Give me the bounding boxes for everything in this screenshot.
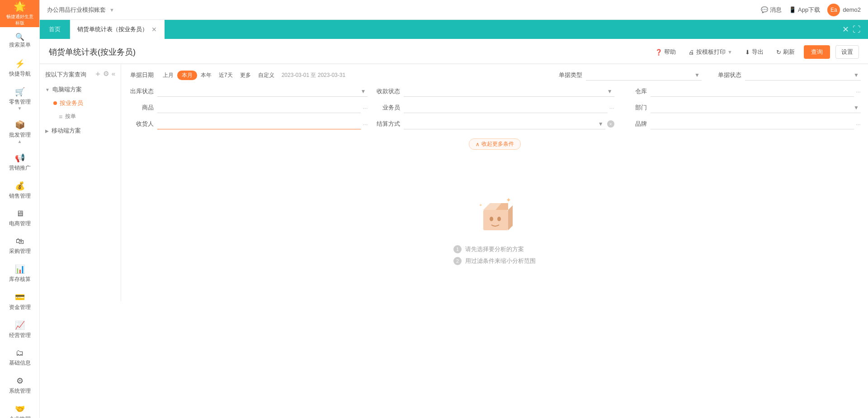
- dept-input[interactable]: [651, 102, 861, 113]
- warehouse-input[interactable]: [651, 86, 854, 97]
- goods-input[interactable]: [157, 102, 361, 113]
- warehouse-ellipsis[interactable]: ···: [856, 88, 861, 95]
- marketing-icon: 📢: [15, 153, 25, 163]
- date-btn-custom[interactable]: 自定义: [255, 71, 278, 80]
- tab-fullscreen-icon[interactable]: ⛶: [853, 25, 861, 34]
- print-icon: 🖨: [689, 49, 694, 56]
- date-btn-more[interactable]: 更多: [236, 71, 255, 80]
- main-content: 单据日期 上月 本月 本年 近7天 更多 自定义 2023-03-01 至 20…: [121, 64, 868, 301]
- sidebar-item-finance[interactable]: 💳 资金管理: [0, 288, 40, 316]
- salesperson-input[interactable]: [404, 102, 607, 113]
- doc-type-input[interactable]: [586, 70, 702, 81]
- payment-status-wrapper: ▼: [404, 86, 614, 97]
- tab-home[interactable]: 首页: [40, 20, 70, 39]
- sidebar-item-purchase[interactable]: 🛍 采购管理: [0, 232, 40, 260]
- payment-status-input[interactable]: [404, 86, 614, 97]
- collapse-btn[interactable]: ∧ 收起更多条件: [469, 138, 521, 150]
- order-icon: ≡: [59, 113, 62, 120]
- tab-minimize-icon[interactable]: ✕: [842, 24, 849, 34]
- sidebar-item-ecommerce[interactable]: 🖥 电商管理: [0, 204, 40, 232]
- message-btn[interactable]: 💬 消息: [761, 6, 782, 14]
- refresh-icon: ↻: [776, 49, 781, 56]
- brand-ellipsis[interactable]: ···: [856, 121, 861, 128]
- settlement-input[interactable]: [404, 119, 605, 129]
- doc-status-input[interactable]: [745, 70, 861, 81]
- filter-row-2: 出库状态 ▼ 收款状态 ▼: [128, 86, 861, 97]
- query-btn[interactable]: 查询: [804, 45, 830, 59]
- tip-text-2: 用过滤条件来缩小分析范围: [465, 257, 536, 265]
- settlement-clear-btn[interactable]: ×: [607, 120, 614, 128]
- collapse-btn-label: 收起更多条件: [481, 140, 514, 148]
- dept-label: 部门: [622, 104, 647, 112]
- tip-number-2: 2: [453, 257, 462, 265]
- scheme-item-label: 按业务员: [60, 99, 83, 107]
- desktop-arrow: ▼: [45, 87, 50, 92]
- svg-point-1: [490, 217, 493, 221]
- header-right-actions: 💬 消息 📱 App下载 Ea demo2: [761, 4, 861, 16]
- page-wrapper: 销货单统计表(按业务员) ❓ 帮助 🖨 按模板打印 ▼ ⬇ 导出: [40, 39, 868, 418]
- tab-bar: 首页 销货单统计表（按业务员） ✕ ✕ ⛶: [40, 20, 868, 39]
- inventory-icon: 📊: [15, 264, 25, 274]
- sidebar-item-marketing[interactable]: 📢 营销推广: [0, 148, 40, 176]
- sidebar-item-wholesale[interactable]: 📦 批发管理 ▲: [0, 115, 40, 148]
- stock-status-input[interactable]: [157, 86, 368, 97]
- tab-expand-area: ✕ ⛶: [835, 24, 868, 34]
- sidebar-item-sales[interactable]: 💰 销售管理: [0, 176, 40, 204]
- sidebar-item-inventory[interactable]: 📊 库存核算: [0, 260, 40, 288]
- doc-type-select-wrapper: ▼: [586, 70, 702, 81]
- svg-text:✦: ✦: [479, 203, 482, 208]
- scheme-item-by-salesperson[interactable]: 按业务员: [40, 96, 121, 110]
- receiver-input[interactable]: [157, 119, 361, 129]
- page-header: 销货单统计表(按业务员) ❓ 帮助 🖨 按模板打印 ▼ ⬇ 导出: [40, 39, 868, 64]
- receiver-ellipsis[interactable]: ···: [363, 121, 368, 128]
- goods-ellipsis[interactable]: ···: [363, 104, 368, 111]
- date-filter-buttons: 上月 本月 本年 近7天 更多 自定义: [159, 71, 278, 80]
- sidebar-item-basic[interactable]: 🗂 基础信息: [0, 344, 40, 371]
- sidebar-item-enterprise[interactable]: 🤝 企业协同: [0, 399, 40, 418]
- dept-wrapper: ▼: [651, 102, 861, 113]
- scheme-collapse-icon[interactable]: «: [112, 70, 115, 79]
- sidebar-item-operation[interactable]: 📈 经营管理: [0, 316, 40, 344]
- scheme-settings-icon[interactable]: ⚙: [103, 70, 109, 79]
- date-label: 单据日期: [128, 71, 154, 79]
- help-btn[interactable]: ❓ 帮助: [651, 46, 679, 58]
- app-download-btn[interactable]: 📱 App下载: [789, 6, 820, 14]
- collapse-bar: ∧ 收起更多条件: [121, 135, 868, 153]
- filter-dept: 部门 ▼: [622, 102, 861, 113]
- username: demo2: [843, 6, 861, 13]
- avatar: Ea: [827, 4, 840, 16]
- sidebar-search[interactable]: 🔍 搜索菜单: [0, 27, 40, 54]
- sidebar-item-retail[interactable]: 🛒 零售管理 ▼: [0, 82, 40, 115]
- settings-btn[interactable]: 设置: [835, 45, 859, 59]
- export-btn[interactable]: ⬇ 导出: [741, 46, 767, 58]
- user-area[interactable]: Ea demo2: [827, 4, 861, 16]
- scheme-category-mobile[interactable]: ▶ 移动端方案: [40, 123, 121, 138]
- scheme-add-icon[interactable]: +: [95, 70, 100, 79]
- print-dropdown-icon[interactable]: ▼: [727, 49, 732, 55]
- scheme-sub-item-by-order[interactable]: ≡ 按单: [40, 110, 121, 123]
- stock-status-label: 出库状态: [128, 87, 154, 95]
- date-btn-this-year[interactable]: 本年: [197, 71, 215, 80]
- filter-goods: 商品 ···: [128, 102, 368, 113]
- date-btn-this-month[interactable]: 本月: [177, 71, 197, 80]
- receiver-label: 收货人: [128, 120, 154, 128]
- date-btn-last-month[interactable]: 上月: [159, 71, 177, 80]
- tab-close-icon[interactable]: ✕: [151, 26, 157, 33]
- tip-text-1: 请先选择要分析的方案: [465, 245, 524, 253]
- operation-icon: 📈: [15, 320, 25, 330]
- brand-input[interactable]: [651, 119, 854, 129]
- tab-sales-stat-label: 销货单统计表（按业务员）: [77, 25, 148, 33]
- refresh-btn[interactable]: ↻ 刷新: [773, 46, 798, 58]
- tip-number-1: 1: [453, 245, 462, 253]
- scheme-category-desktop[interactable]: ▼ 电脑端方案: [40, 83, 121, 96]
- template-print-btn[interactable]: 🖨 按模板打印 ▼: [685, 46, 736, 58]
- salesperson-ellipsis[interactable]: ···: [609, 104, 614, 111]
- sidebar-item-quick-nav[interactable]: ⚡ 快捷导航: [0, 54, 40, 82]
- doc-status-label: 单据状态: [716, 71, 741, 79]
- filter-container: 单据日期 上月 本月 本年 近7天 更多 自定义 2023-03-01 至 20…: [121, 64, 868, 129]
- date-btn-7days[interactable]: 近7天: [215, 71, 236, 80]
- page-actions: ❓ 帮助 🖨 按模板打印 ▼ ⬇ 导出 ↻ 刷新: [651, 45, 859, 59]
- breadcrumb-dropdown-icon[interactable]: ▼: [109, 7, 114, 13]
- sidebar-item-system[interactable]: ⚙ 系统管理: [0, 371, 40, 399]
- tab-sales-stat[interactable]: 销货单统计表（按业务员） ✕: [70, 20, 165, 39]
